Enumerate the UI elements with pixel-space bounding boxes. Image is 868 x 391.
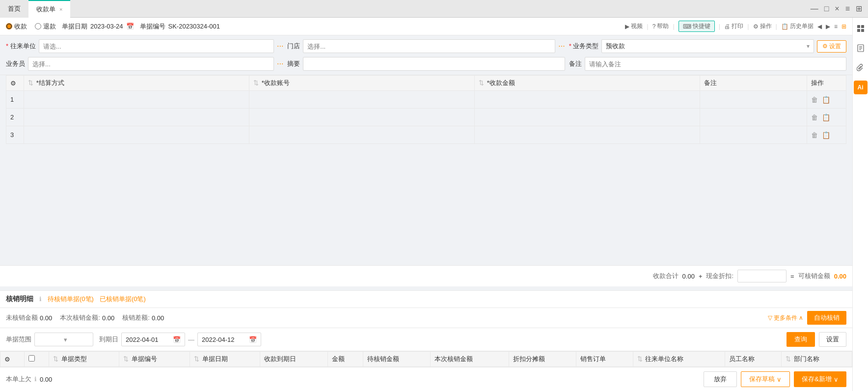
radio-receive[interactable]: 收款	[6, 22, 27, 31]
auto-cancel-btn[interactable]: 自动核销	[807, 311, 846, 325]
video-icon: ▶	[625, 23, 629, 30]
row3-copy-icon[interactable]: 📋	[822, 131, 830, 139]
tab-receipt[interactable]: 收款单 ×	[28, 0, 70, 18]
col-actions: 操作	[807, 76, 846, 91]
operation-link[interactable]: ⚙ 操作	[753, 22, 772, 30]
toolbar-actions: ▶ 视频 | ? 帮助 | ⌨ 快捷键 | 🖨	[625, 21, 846, 32]
row3-settlement[interactable]	[24, 126, 249, 144]
store-input[interactable]	[303, 39, 555, 53]
form-area: * 往来单位 ··· 门店 ··· * 业务类型 预收款 ▾	[0, 35, 852, 75]
calendar-to-icon[interactable]: 📅	[249, 336, 257, 343]
nav-right-btn[interactable]: ▶	[826, 23, 830, 30]
row3-amount[interactable]	[475, 126, 700, 144]
setting-btn2[interactable]: 设置	[819, 332, 846, 347]
sidebar-table-icon[interactable]	[854, 22, 868, 35]
shortcut-btn[interactable]: ⌨ 快捷键	[678, 21, 715, 32]
business-type-select[interactable]: 预收款 ▾	[601, 39, 814, 53]
grid-view-icon[interactable]: ⊞	[854, 3, 864, 14]
verification-stats: 未核销金额 0.00 本次核销金额: 0.00 核销差额: 0.00 ▽	[0, 308, 852, 328]
business-setting-btn[interactable]: ⚙ 设置	[817, 40, 846, 53]
salesman-more-icon[interactable]: ···	[277, 59, 283, 68]
tabs-list-icon[interactable]: ≡	[843, 3, 852, 14]
select-all-checkbox[interactable]	[28, 355, 35, 362]
detail-checkbox-header[interactable]	[24, 352, 49, 367]
detail-doc-date-header: ⇅ 单据日期	[190, 352, 260, 367]
diff-label: 核销差额:	[122, 313, 150, 322]
sidebar-ai-icon[interactable]: Ai	[854, 81, 868, 94]
counterpart-input[interactable]	[39, 39, 274, 53]
list-view-icon[interactable]: ≡	[834, 23, 838, 30]
row2-account[interactable]	[249, 109, 475, 126]
row3-account[interactable]	[249, 126, 475, 144]
row2-remark[interactable]	[700, 109, 807, 126]
window-minimize-icon[interactable]: —	[809, 3, 820, 14]
row1-account[interactable]	[249, 91, 475, 109]
radio-refund[interactable]: 退款	[35, 22, 56, 31]
col-receipt-account: ⇅ *收款账号	[249, 76, 475, 91]
tab-close-icon[interactable]: ×	[59, 6, 62, 12]
row2-copy-icon[interactable]: 📋	[822, 113, 830, 121]
business-type-value: 预收款	[606, 42, 805, 51]
remark-input[interactable]	[585, 57, 846, 71]
more-conditions-link[interactable]: ▽ 更多条件 ∧	[768, 314, 803, 322]
date-to-input[interactable]	[202, 336, 246, 343]
carry-info-icon[interactable]: ℹ	[34, 376, 37, 383]
row2-delete-icon[interactable]: 🗑	[811, 113, 818, 121]
save-draft-btn[interactable]: 保存草稿 ∨	[741, 371, 790, 387]
row3-remark[interactable]	[700, 126, 807, 144]
date-dash: —	[188, 336, 194, 343]
salesman-field: 业务员 ···	[6, 57, 283, 71]
col-receipt-amount: ⇅ *收款金额	[475, 76, 700, 91]
help-link[interactable]: ? 帮助	[652, 22, 669, 30]
tab-bar-right: — □ × ≡ ⊞	[809, 3, 868, 14]
receipt-type-group: 收款 退款	[6, 22, 56, 31]
row1-copy-icon[interactable]: 📋	[822, 96, 830, 104]
chevron-down-icon: ▾	[807, 43, 810, 50]
range-select[interactable]: ▾	[34, 333, 93, 346]
uncancelled-label: 未核销金额	[6, 313, 38, 322]
grid-view-icon2[interactable]: ⊞	[841, 23, 846, 30]
row2-amount[interactable]	[475, 109, 700, 126]
cash-discount-input[interactable]	[737, 270, 787, 282]
tab-home-label: 首页	[8, 4, 21, 13]
row1-amount[interactable]	[475, 91, 700, 109]
print-link[interactable]: 🖨 打印	[724, 22, 743, 30]
date-from-input[interactable]	[126, 336, 170, 343]
pending-tab[interactable]: 待核销单据(0笔)	[48, 295, 94, 304]
row2-settlement[interactable]	[24, 109, 249, 126]
sidebar-attach-icon[interactable]	[854, 61, 868, 75]
row3-delete-icon[interactable]: 🗑	[811, 131, 818, 139]
date-from-wrap: 📅	[121, 333, 185, 346]
doc-field: 单据编号 SK-20230324-001	[140, 22, 220, 31]
video-link[interactable]: ▶ 视频	[625, 22, 643, 30]
tab-home[interactable]: 首页	[0, 0, 28, 18]
summary-input[interactable]	[303, 57, 565, 71]
row1-delete-icon[interactable]: 🗑	[811, 96, 818, 104]
counterpart-more-icon[interactable]: ···	[277, 42, 283, 51]
main-table-container: ⚙ ⇅ *结算方式 ⇅ *收款账号 ⇅	[0, 75, 852, 265]
detail-partner-header: ⇅ 往来单位名称	[633, 352, 725, 367]
table-settings-header[interactable]: ⚙	[6, 76, 24, 91]
done-tab[interactable]: 已核销单据(0笔)	[100, 295, 146, 304]
verification-info-icon[interactable]: ℹ	[39, 296, 42, 303]
detail-settings-header[interactable]: ⚙	[0, 352, 25, 367]
sidebar-doc-icon[interactable]	[854, 41, 868, 55]
query-btn[interactable]: 查询	[787, 332, 815, 347]
abandon-btn[interactable]: 放弃	[704, 371, 737, 387]
save-new-btn[interactable]: 保存&新增 ∨	[794, 371, 846, 387]
row1-remark[interactable]	[700, 91, 807, 109]
diff-stat: 核销差额: 0.00	[122, 313, 164, 322]
window-maximize-icon[interactable]: □	[822, 3, 831, 14]
window-close-icon[interactable]: ×	[833, 3, 841, 14]
history-link[interactable]: 📋 历史单据	[781, 22, 814, 30]
store-more-icon[interactable]: ···	[558, 42, 565, 51]
main-table: ⚙ ⇅ *结算方式 ⇅ *收款账号 ⇅	[6, 75, 846, 144]
nav-left-btn[interactable]: ◀	[817, 23, 822, 30]
detail-current-cancel-header: 本次核销金额	[431, 352, 509, 367]
row1-settlement[interactable]	[24, 91, 249, 109]
salesman-input[interactable]	[28, 57, 274, 71]
calendar-icon[interactable]: 📅	[126, 23, 134, 30]
calendar-from-icon[interactable]: 📅	[173, 336, 181, 343]
detail-due-date-header: 收款到期日	[260, 352, 327, 367]
form-row-2: 业务员 ··· 摘要 备注	[6, 57, 846, 71]
